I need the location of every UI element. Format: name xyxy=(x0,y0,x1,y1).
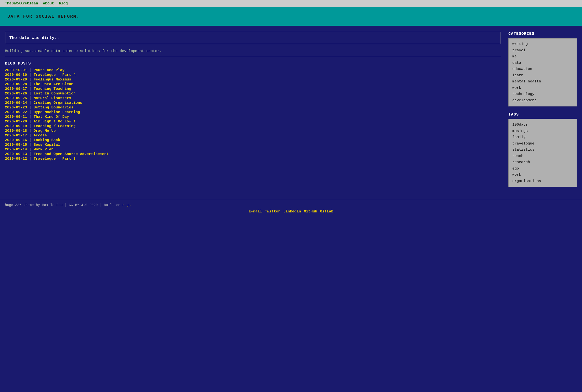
categories-title: CATEGORIES xyxy=(508,32,577,36)
blog-post-separator: | xyxy=(27,120,34,124)
blog-post-separator: | xyxy=(27,68,34,72)
blog-post-link[interactable]: Travelogue – Part 4 xyxy=(34,73,76,77)
blog-post-item: 2020-09-16 | Looking Back xyxy=(5,138,501,142)
blog-post-item: 2020-09-22 | Hype Machine Learning xyxy=(5,110,501,114)
blog-post-link[interactable]: Boss Kapital xyxy=(34,143,60,147)
nav-blog[interactable]: blog xyxy=(59,2,68,6)
blog-post-date: 2020-09-17 xyxy=(5,134,27,138)
tag-item[interactable]: research xyxy=(512,159,573,166)
footer-link-twitter[interactable]: Twitter xyxy=(265,210,280,214)
blog-post-item: 2020-09-21 | That Kind Of Day xyxy=(5,115,501,119)
blog-post-link[interactable]: Lost In Consumption xyxy=(34,92,76,96)
blog-post-item: 2020-09-26 | Lost In Consumption xyxy=(5,92,501,96)
blog-section-title: BLOG POSTS xyxy=(5,61,501,66)
blog-post-item: 2020-09-17 | Access xyxy=(5,134,501,138)
footer-link-gitlab[interactable]: GitLab xyxy=(320,210,334,214)
category-item[interactable]: work xyxy=(512,85,573,91)
blog-post-link[interactable]: Creating Organisations xyxy=(34,101,82,105)
blog-post-item: 2020-09-27 | Teaching Teaching xyxy=(5,87,501,91)
blog-post-link[interactable]: Work Plan xyxy=(34,148,54,152)
blog-post-link[interactable]: Natural Disasters xyxy=(34,96,71,100)
category-item[interactable]: technology xyxy=(512,91,573,98)
blog-post-date: 2020-09-13 xyxy=(5,152,27,156)
blog-post-link[interactable]: Setting Boundaries xyxy=(34,106,73,110)
subtitle: Building sustainable data science soluti… xyxy=(5,49,501,53)
footer-credit-text: hugo.386 theme by Max le Fou | CC BY 4.0… xyxy=(5,203,120,207)
category-item[interactable]: writing xyxy=(512,41,573,47)
blog-post-separator: | xyxy=(27,78,34,82)
nav-site-title[interactable]: TheDataAreClean xyxy=(5,2,38,6)
category-item[interactable]: mental health xyxy=(512,78,573,85)
tag-item[interactable]: work xyxy=(512,172,573,178)
tag-item[interactable]: travelogue xyxy=(512,140,573,147)
tagline-text: The data was dirty.. xyxy=(9,36,60,40)
category-item[interactable]: learn xyxy=(512,72,573,79)
sidebar: CATEGORIES writingtravelmedataeducationl… xyxy=(508,32,577,193)
blog-post-separator: | xyxy=(27,143,34,147)
blog-post-item: 2020-09-29 | Feelingus Maximus xyxy=(5,78,501,82)
blog-post-item: 2020-09-23 | Setting Boundaries xyxy=(5,106,501,110)
hero-banner: DATA FOR SOCIAL REFORM. xyxy=(0,7,582,26)
blog-post-link[interactable]: Access xyxy=(34,134,47,138)
blog-post-separator: | xyxy=(27,152,34,156)
footer-hugo-link[interactable]: Hugo xyxy=(122,203,131,207)
tag-item[interactable]: teach xyxy=(512,153,573,160)
blog-post-date: 2020-09-23 xyxy=(5,106,27,110)
tag-item[interactable]: 100days xyxy=(512,122,573,128)
blog-post-date: 2020-09-25 xyxy=(5,96,27,100)
category-item[interactable]: development xyxy=(512,98,573,104)
blog-post-link[interactable]: Travelogue – Part 3 xyxy=(34,157,76,161)
category-item[interactable]: me xyxy=(512,54,573,60)
blog-post-separator: | xyxy=(27,101,34,105)
blog-post-link[interactable]: Hype Machine Learning xyxy=(34,110,80,114)
footer-links: E-mailTwitterLinkedinGitHubGitLab xyxy=(5,210,577,214)
blog-post-separator: | xyxy=(27,148,34,152)
footer-link-linkedin[interactable]: Linkedin xyxy=(283,210,301,214)
footer-link-e-mail[interactable]: E-mail xyxy=(248,210,262,214)
blog-post-link[interactable]: Teaching Teaching xyxy=(34,87,71,91)
blog-posts-list: 2020-10-01 | Pause and Play2020-09-30 | … xyxy=(5,68,501,161)
blog-post-item: 2020-09-13 | Free and Open Source Advert… xyxy=(5,152,501,156)
blog-post-date: 2020-09-22 xyxy=(5,110,27,114)
blog-post-link[interactable]: Teaching / Learning xyxy=(34,124,76,128)
blog-post-date: 2020-09-28 xyxy=(5,82,27,86)
category-item[interactable]: data xyxy=(512,60,573,66)
blog-post-link[interactable]: Free and Open Source Advertisement xyxy=(34,152,109,156)
blog-post-separator: | xyxy=(27,96,34,100)
category-item[interactable]: education xyxy=(512,66,573,72)
main-layout: The data was dirty.. Building sustainabl… xyxy=(0,26,582,199)
blog-post-separator: | xyxy=(27,129,34,133)
blog-post-date: 2020-09-15 xyxy=(5,143,27,147)
categories-box: writingtravelmedataeducationlearnmental … xyxy=(508,38,577,106)
tag-item[interactable]: musings xyxy=(512,128,573,134)
tag-item[interactable]: ego xyxy=(512,166,573,172)
blog-post-separator: | xyxy=(27,157,34,161)
blog-post-link[interactable]: Looking Back xyxy=(34,138,60,142)
blog-post-link[interactable]: The Data Are Clean xyxy=(34,82,73,86)
nav-about[interactable]: about xyxy=(43,2,54,6)
tag-item[interactable]: statistics xyxy=(512,147,573,153)
blog-post-item: 2020-09-15 | Boss Kapital xyxy=(5,143,501,147)
category-item[interactable]: travel xyxy=(512,47,573,54)
blog-post-item: 2020-09-19 | Teaching / Learning xyxy=(5,124,501,128)
blog-post-date: 2020-10-01 xyxy=(5,68,27,72)
blog-post-item: 2020-09-20 | Aim High ! Go Low ! xyxy=(5,120,501,124)
blog-post-link[interactable]: Feelingus Maximus xyxy=(34,78,71,82)
blog-post-link[interactable]: Pause and Play xyxy=(34,68,64,72)
tags-title: TAGS xyxy=(508,112,577,117)
blog-post-separator: | xyxy=(27,115,34,119)
blog-post-separator: | xyxy=(27,87,34,91)
blog-post-separator: | xyxy=(27,92,34,96)
tag-item[interactable]: organisations xyxy=(512,178,573,184)
blog-post-date: 2020-09-29 xyxy=(5,78,27,82)
footer-link-github[interactable]: GitHub xyxy=(304,210,317,214)
tags-box: 100daysmusingsfamilytraveloguestatistics… xyxy=(508,119,577,187)
blog-post-link[interactable]: Aim High ! Go Low ! xyxy=(34,120,76,124)
blog-post-link[interactable]: Drag Me Up xyxy=(34,129,56,133)
blog-post-separator: | xyxy=(27,106,34,110)
content-area: The data was dirty.. Building sustainabl… xyxy=(5,32,501,162)
blog-post-link[interactable]: That Kind Of Day xyxy=(34,115,69,119)
blog-post-date: 2020-09-24 xyxy=(5,101,27,105)
blog-post-separator: | xyxy=(27,82,34,86)
tag-item[interactable]: family xyxy=(512,134,573,140)
